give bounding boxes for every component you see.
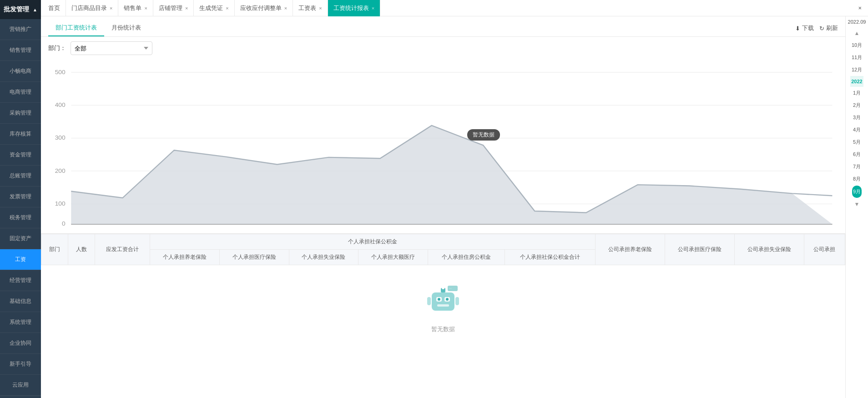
sidebar-item-工资[interactable]: 工资	[0, 249, 41, 270]
refresh-button[interactable]: ↻ 刷新	[819, 24, 838, 32]
tab-close-icon[interactable]: ×	[110, 5, 112, 11]
col-header-dept: 部门	[41, 234, 68, 265]
sidebar-header[interactable]: 批发管理 ▲	[0, 0, 41, 19]
timeline-item-2月[interactable]: 2月	[850, 99, 863, 111]
timeline-down-arrow[interactable]: ▼	[854, 198, 860, 210]
page-content: 部门工资统计表月份统计表 ⬇ 下载 ↻ 刷新 部门： 全部	[41, 16, 845, 398]
tab-close-icon[interactable]: ×	[185, 5, 188, 11]
sidebar-item-小畅电商[interactable]: 小畅电商	[0, 61, 41, 82]
download-icon: ⬇	[795, 25, 800, 32]
close-all-button[interactable]: ×	[853, 5, 866, 11]
sidebar-items: 营销推广销售管理小畅电商电商管理采购管理库存核算资金管理总账管理发票管理税务管理…	[0, 19, 41, 396]
tab-应收应付调整单[interactable]: 应收应付调整单×	[235, 0, 293, 16]
table-area[interactable]: 部门 人数 应发工资合计 个人承担社保公积金 公司承担养老保险 公司承担医疗保险…	[41, 233, 845, 398]
timeline-item-6月[interactable]: 6月	[850, 148, 863, 161]
main-area: 首页门店商品目录×销售单×店铺管理×生成凭证×应收应付调整单×工资表×工资统计报…	[41, 0, 868, 398]
tab-店铺管理[interactable]: 店铺管理×	[153, 0, 194, 16]
sub-tabs: 部门工资统计表月份统计表 ⬇ 下载 ↻ 刷新	[41, 16, 845, 37]
svg-rect-21	[427, 297, 431, 305]
sub-tab-部门工资统计表[interactable]: 部门工资统计表	[48, 20, 104, 36]
tab-工资统计报表[interactable]: 工资统计报表×	[328, 0, 380, 16]
col-header-personal-pension: 个人承担养老保险	[150, 249, 219, 265]
col-header-count: 人数	[68, 234, 95, 265]
svg-text:0: 0	[62, 221, 66, 227]
col-header-personal-large-medical: 个人承担大额医疗	[358, 249, 428, 265]
stats-table: 部门 人数 应发工资合计 个人承担社保公积金 公司承担养老保险 公司承担医疗保险…	[41, 234, 845, 265]
download-button[interactable]: ⬇ 下载	[795, 24, 814, 32]
timeline-sidebar: 2022.09 ▲ 10月11月12月20221月2月3月4月5月6月7月8月9…	[845, 16, 868, 398]
sidebar-item-新手引导[interactable]: 新手引导	[0, 354, 41, 375]
tab-close-icon[interactable]: ×	[284, 5, 287, 11]
timeline-item-9月[interactable]: 9月	[852, 186, 862, 198]
sidebar-item-库存核算[interactable]: 库存核算	[0, 124, 41, 145]
svg-text:100: 100	[55, 200, 66, 207]
tab-close-icon[interactable]: ×	[319, 5, 322, 11]
sub-tab-月份统计表[interactable]: 月份统计表	[104, 20, 148, 36]
timeline-item-4月[interactable]: 4月	[850, 124, 863, 136]
timeline-item-12月[interactable]: 12月	[850, 64, 863, 76]
svg-text:300: 300	[55, 135, 66, 141]
col-header-company-medical: 公司承担医疗保险	[665, 234, 735, 265]
sidebar-item-营销推广[interactable]: 营销推广	[0, 19, 41, 40]
timeline-item-3月[interactable]: 3月	[850, 111, 863, 124]
sidebar-item-基础信息[interactable]: 基础信息	[0, 291, 41, 312]
timeline-item-7月[interactable]: 7月	[850, 161, 863, 173]
col-header-personal-insurance: 个人承担社保公积金	[150, 234, 595, 249]
tab-close-icon[interactable]: ×	[226, 5, 228, 11]
timeline-item-5月[interactable]: 5月	[850, 136, 863, 148]
sidebar-item-发票管理[interactable]: 发票管理	[0, 186, 41, 207]
svg-point-16	[438, 298, 440, 301]
refresh-label: 刷新	[826, 24, 838, 32]
filter-label: 部门：	[48, 44, 66, 52]
svg-text:···: ···	[449, 287, 452, 290]
tab-工资表[interactable]: 工资表×	[293, 0, 328, 16]
col-header-personal-unemployment: 个人承担失业保险	[289, 249, 358, 265]
no-data-container: ··· 暂无数据	[41, 265, 845, 352]
tab-bar: 首页门店商品目录×销售单×店铺管理×生成凭证×应收应付调整单×工资表×工资统计报…	[41, 0, 868, 16]
timeline-item-1月[interactable]: 1月	[850, 87, 863, 99]
tab-生成凭证[interactable]: 生成凭证×	[194, 0, 234, 16]
no-data-icon: ···	[425, 283, 461, 320]
col-header-total-salary: 应发工资合计	[95, 234, 150, 265]
chart-svg: 500 400 300 200 100 0	[48, 64, 838, 229]
content-area: 部门工资统计表月份统计表 ⬇ 下载 ↻ 刷新 部门： 全部	[41, 16, 868, 398]
tab-门店商品目录[interactable]: 门店商品目录×	[66, 0, 118, 16]
sidebar-item-采购管理[interactable]: 采购管理	[0, 103, 41, 124]
sidebar-item-固定资产[interactable]: 固定资产	[0, 228, 41, 249]
timeline-item-2022[interactable]: 2022	[850, 76, 863, 87]
tab-close-icon[interactable]: ×	[372, 5, 374, 11]
col-header-company-unemployment: 公司承担失业保险	[735, 234, 804, 265]
sidebar-item-资金管理[interactable]: 资金管理	[0, 145, 41, 166]
sidebar-collapse-icon: ▲	[33, 7, 37, 12]
no-data-text: 暂无数据	[431, 325, 455, 333]
tab-close-icon[interactable]: ×	[144, 5, 147, 11]
timeline-item-8月[interactable]: 8月	[850, 173, 863, 185]
filter-bar: 部门： 全部	[41, 37, 845, 60]
svg-point-17	[446, 298, 449, 301]
timeline-item-10月[interactable]: 10月	[850, 39, 863, 51]
tab-销售单[interactable]: 销售单×	[118, 0, 153, 16]
timeline-items: 10月11月12月20221月2月3月4月5月6月7月8月9月	[850, 39, 863, 198]
sidebar-item-销售管理[interactable]: 销售管理	[0, 40, 41, 61]
svg-marker-12	[71, 126, 832, 224]
close-all-icon: ×	[858, 5, 862, 11]
sidebar-item-云应用[interactable]: 云应用	[0, 375, 41, 396]
sidebar-item-电商管理[interactable]: 电商管理	[0, 82, 41, 103]
sidebar-item-系统管理[interactable]: 系统管理	[0, 312, 41, 333]
sidebar: 批发管理 ▲ 营销推广销售管理小畅电商电商管理采购管理库存核算资金管理总账管理发…	[0, 0, 41, 398]
sidebar-item-经营管理[interactable]: 经营管理	[0, 270, 41, 291]
svg-point-20	[442, 287, 444, 289]
svg-rect-18	[437, 304, 449, 307]
col-header-personal-medical: 个人承担医疗保险	[219, 249, 289, 265]
sidebar-footer-settings[interactable]: ⚙	[0, 396, 41, 398]
sidebar-item-税务管理[interactable]: 税务管理	[0, 207, 41, 228]
timeline-date: 2022.09	[846, 16, 868, 27]
timeline-up-arrow[interactable]: ▲	[854, 27, 860, 39]
svg-rect-22	[455, 297, 459, 305]
tab-首页[interactable]: 首页	[43, 0, 66, 16]
sidebar-item-企业协同[interactable]: 企业协同	[0, 333, 41, 354]
timeline-item-11月[interactable]: 11月	[850, 51, 863, 64]
department-select[interactable]: 全部	[71, 41, 152, 55]
sidebar-item-总账管理[interactable]: 总账管理	[0, 166, 41, 186]
col-header-personal-total: 个人承担社保公积金合计	[505, 249, 595, 265]
